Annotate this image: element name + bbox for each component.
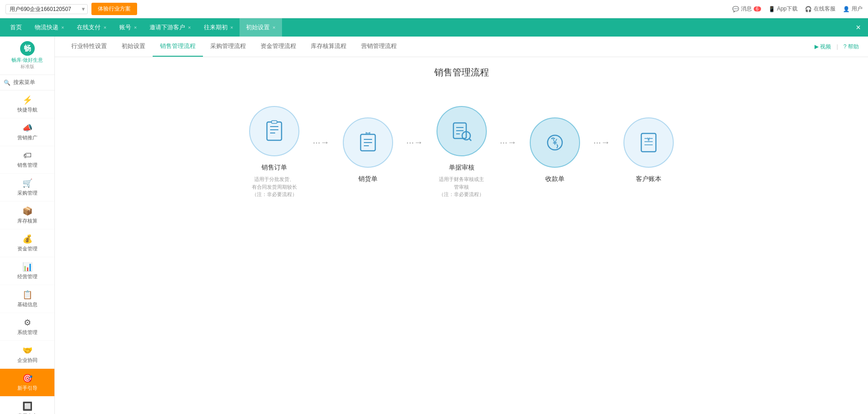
sidebar-item-collab[interactable]: 🤝 企业协同: [0, 341, 54, 369]
top-bar-left: 用户690企业1660120507 ▾ 体验行业方案: [5, 3, 137, 15]
sub-tabs: 行业特性设置 初始设置 销售管理流程 采购管理流程 资金管理流程 库存核算流程 …: [55, 37, 868, 57]
nav-tab-invite[interactable]: 邀请下游客户 ×: [143, 18, 197, 37]
sidebar-item-newguide[interactable]: 🎯 新手引导: [0, 369, 54, 397]
message-badge: 6: [754, 6, 761, 11]
receipt-circle: ¥: [530, 117, 580, 168]
inventory-label: 库存核算: [17, 218, 37, 224]
marketing-icon: 📣: [22, 123, 32, 133]
sales-order-circle: [249, 106, 299, 156]
flow-step-invoice[interactable]: 销货单: [331, 117, 405, 187]
nav-close-all-button[interactable]: ×: [852, 23, 864, 32]
online-service-item[interactable]: 🎧 在线客服: [805, 5, 836, 13]
nav-tab-invite-label: 邀请下游客户: [149, 23, 185, 32]
help-label: 帮助: [848, 43, 859, 51]
marketing-label: 营销推广: [17, 134, 37, 141]
video-link[interactable]: ▶ 视频: [815, 43, 831, 51]
subtab-marketing-flow[interactable]: 营销管理流程: [354, 37, 404, 57]
review-circle: [437, 106, 487, 156]
flow-step-ledger[interactable]: ¥ 客户账本: [612, 117, 685, 187]
arrow-4: ···→: [593, 133, 610, 170]
ledger-circle: ¥: [623, 117, 674, 168]
video-label: 视频: [820, 43, 831, 51]
sales-order-name: 销售订单: [261, 164, 287, 172]
sidebar-item-appcenter[interactable]: 🔲 应用中心: [0, 397, 54, 414]
operation-label: 经营管理: [17, 273, 37, 280]
arrow-1: ···→: [313, 133, 330, 170]
nav-tab-account[interactable]: 账号 ×: [113, 18, 143, 37]
message-icon-item[interactable]: 💬 消息 6: [732, 5, 761, 13]
sidebar-item-purchase[interactable]: 🛒 采购管理: [0, 174, 54, 202]
nav-tab-period[interactable]: 往来期初 ×: [197, 18, 240, 37]
sidebar-item-sales[interactable]: 🏷 销售管理: [0, 146, 54, 174]
subtab-finance-flow[interactable]: 资金管理流程: [253, 37, 304, 57]
nav-tab-init[interactable]: 初始设置 ×: [240, 18, 282, 37]
subtab-industry[interactable]: 行业特性设置: [64, 37, 114, 57]
sidebar-item-inventory[interactable]: 📦 库存核算: [0, 202, 54, 229]
nav-tab-period-label: 往来期初: [204, 23, 228, 32]
subtab-purchase-flow[interactable]: 采购管理流程: [203, 37, 253, 57]
nav-tab-period-close[interactable]: ×: [230, 25, 233, 30]
collab-label: 企业协同: [17, 357, 37, 364]
sidebar-item-system[interactable]: ⚙ 系统管理: [0, 313, 54, 341]
sidebar-logo: 畅 畅库·做好生意 标准版: [0, 37, 54, 75]
user-name-label: 用户: [852, 5, 863, 13]
online-service-label: 在线客服: [814, 5, 836, 13]
nav-tab-logistics[interactable]: 物流快递 ×: [28, 18, 70, 37]
video-icon: ▶: [815, 43, 819, 50]
sidebar-search[interactable]: 🔍 搜索菜单: [0, 75, 54, 90]
sub-tabs-actions: ▶ 视频 | ? 帮助: [815, 43, 859, 51]
app-download-item[interactable]: 📱 App下载: [768, 5, 798, 13]
flow-step-receipt[interactable]: ¥ 收款单: [518, 117, 591, 187]
appcenter-icon: 🔲: [22, 401, 32, 411]
nav-tab-payment-close[interactable]: ×: [103, 25, 106, 30]
review-name: 单据审核: [449, 164, 474, 172]
user-avatar-item[interactable]: 👤 用户: [843, 5, 863, 13]
nav-tab-home[interactable]: 首页: [4, 18, 28, 37]
content-area: 行业特性设置 初始设置 销售管理流程 采购管理流程 资金管理流程 库存核算流程 …: [55, 37, 868, 414]
logo-text: 畅库·做好生意: [11, 57, 43, 64]
flow-step-sales-order[interactable]: 销售订单 适用于分批发货、有合同发货周期较长（注：非必要流程）: [238, 106, 311, 198]
flow-diagram: 销售订单 适用于分批发货、有合同发货周期较长（注：非必要流程） ···→: [73, 106, 850, 198]
app-download-icon: 📱: [768, 6, 775, 12]
user-selector-wrapper[interactable]: 用户690企业1660120507 ▾: [5, 4, 88, 14]
subtab-inventory-flow[interactable]: 库存核算流程: [304, 37, 354, 57]
svg-line-14: [469, 138, 471, 141]
help-icon: ?: [843, 43, 847, 50]
subtab-sales-flow[interactable]: 销售管理流程: [153, 37, 203, 57]
headset-icon: 🎧: [805, 6, 812, 12]
receipt-name: 收款单: [545, 175, 564, 183]
subtab-init[interactable]: 初始设置: [114, 37, 153, 57]
search-label: 搜索菜单: [13, 79, 35, 86]
sales-order-desc: 适用于分批发货、有合同发货周期较长（注：非必要流程）: [252, 175, 297, 198]
nav-tab-payment-label: 在线支付: [77, 23, 101, 32]
help-link[interactable]: ? 帮助: [843, 43, 859, 51]
svg-rect-0: [267, 122, 282, 140]
basic-icon: 📋: [22, 290, 32, 300]
flow-step-review[interactable]: 单据审核 适用于财务审核或主管审核（注：非必要流程）: [425, 106, 498, 198]
newguide-icon: 🎯: [22, 373, 32, 383]
quicknav-icon: ⚡: [22, 95, 32, 105]
sidebar-item-finance[interactable]: 💰 资金管理: [0, 229, 54, 257]
finance-icon: 💰: [22, 234, 32, 244]
nav-tab-logistics-close[interactable]: ×: [61, 25, 64, 30]
message-label: 消息: [741, 5, 752, 13]
sidebar-item-marketing[interactable]: 📣 营销推广: [0, 118, 54, 146]
sidebar-item-operation[interactable]: 📊 经营管理: [0, 257, 54, 285]
sidebar-item-basic[interactable]: 📋 基础信息: [0, 285, 54, 313]
svg-text:¥: ¥: [647, 137, 650, 142]
main-layout: 畅 畅库·做好生意 标准版 🔍 搜索菜单 ⚡ 快捷导航 📣 营销推广 🏷 销售管…: [0, 37, 868, 414]
purchase-label: 采购管理: [17, 190, 37, 196]
system-label: 系统管理: [17, 329, 37, 336]
nav-tab-account-close[interactable]: ×: [134, 25, 137, 30]
nav-tabs: 首页 物流快递 × 在线支付 × 账号 × 邀请下游客户 × 往来期初 × 初始…: [0, 18, 868, 37]
nav-tab-init-close[interactable]: ×: [272, 25, 275, 30]
nav-tab-account-label: 账号: [119, 23, 131, 32]
purchase-icon: 🛒: [22, 178, 32, 188]
user-select[interactable]: 用户690企业1660120507: [5, 4, 88, 14]
sidebar: 畅 畅库·做好生意 标准版 🔍 搜索菜单 ⚡ 快捷导航 📣 营销推广 🏷 销售管…: [0, 37, 55, 414]
sidebar-item-quicknav[interactable]: ⚡ 快捷导航: [0, 90, 54, 118]
trial-button[interactable]: 体验行业方案: [91, 3, 137, 15]
page-content: 销售管理流程 销售订单 适用于分批发货、有合同: [55, 57, 868, 414]
nav-tab-invite-close[interactable]: ×: [188, 25, 191, 30]
nav-tab-payment[interactable]: 在线支付 ×: [70, 18, 112, 37]
